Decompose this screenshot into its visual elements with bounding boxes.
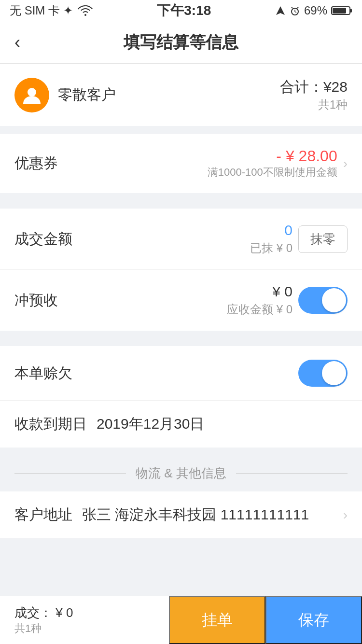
credit-row: 本单赊欠 xyxy=(0,346,362,401)
nav-bar: ‹ 填写结算等信息 xyxy=(0,21,362,64)
credit-label: 本单赊欠 xyxy=(14,364,72,383)
due-date-row: 收款到期日 2019年12月30日 xyxy=(0,401,362,448)
status-time: 下午3:18 xyxy=(157,1,211,20)
bottom-transaction-label: 成交： xyxy=(14,605,52,620)
svg-rect-3 xyxy=(333,8,346,14)
credit-toggle[interactable] xyxy=(298,360,348,387)
status-bar: 无 SIM 卡 ✦ 下午3:18 69% xyxy=(0,0,362,21)
hang-button[interactable]: 挂单 xyxy=(169,596,265,644)
svg-point-4 xyxy=(28,88,36,97)
toggle-knob xyxy=(322,288,346,312)
location-icon xyxy=(275,5,286,16)
coupon-sub: 满1000-100不限制使用金额 xyxy=(208,165,337,180)
battery-icon xyxy=(331,5,352,16)
round-zero-button[interactable]: 抹零 xyxy=(298,225,348,253)
logistics-header-text: 物流 & 其他信息 xyxy=(126,465,236,482)
customer-row: 零散客户 合计：¥28 共1种 xyxy=(0,64,362,126)
transaction-section: 成交金额 0 已抹 ¥ 0 抹零 冲预收 ¥ 0 应收金额 ¥ 0 xyxy=(0,209,362,331)
due-date-value: 2019年12月30日 xyxy=(97,414,204,434)
credit-toggle-knob xyxy=(322,361,346,385)
divider-2 xyxy=(0,338,362,346)
prepayment-sub: 应收金额 ¥ 0 xyxy=(227,302,292,317)
prepayment-right: ¥ 0 应收金额 ¥ 0 xyxy=(227,283,348,317)
prepayment-row: 冲预收 ¥ 0 应收金额 ¥ 0 xyxy=(0,270,362,331)
address-value: 张三 海淀永丰科技园 11111111111 xyxy=(82,505,334,525)
bottom-info: 成交： ¥ 0 共1种 xyxy=(0,596,169,644)
prepayment-amount: ¥ 0 xyxy=(227,283,292,300)
customer-total: 合计：¥28 xyxy=(280,77,348,97)
back-button[interactable]: ‹ xyxy=(14,32,20,53)
bottom-transaction-value: ¥ 0 xyxy=(56,605,73,620)
header-line-left xyxy=(14,473,126,474)
address-section: 客户地址 张三 海淀永丰科技园 11111111111 › xyxy=(0,491,362,538)
bottom-transaction: 成交： ¥ 0 xyxy=(14,604,154,621)
status-left: 无 SIM 卡 ✦ xyxy=(10,3,93,18)
prepayment-label: 冲预收 xyxy=(14,291,58,310)
address-row[interactable]: 客户地址 张三 海淀永丰科技园 11111111111 › xyxy=(0,491,362,538)
avatar xyxy=(14,78,49,112)
customer-section: 零散客户 合计：¥28 共1种 xyxy=(0,64,362,126)
due-date-label: 收款到期日 xyxy=(14,414,87,434)
transaction-sub: 已抹 ¥ 0 xyxy=(250,240,292,256)
coupon-row[interactable]: 优惠券 - ¥ 28.00 满1000-100不限制使用金额 › xyxy=(0,134,362,193)
page-title: 填写结算等信息 xyxy=(124,31,238,54)
coupon-amount: - ¥ 28.00 xyxy=(208,147,337,165)
credit-section: 本单赊欠 收款到期日 2019年12月30日 xyxy=(0,346,362,448)
bottom-bar: 成交： ¥ 0 共1种 挂单 保存 xyxy=(0,596,362,644)
person-icon xyxy=(21,84,42,106)
prepayment-amount-col: ¥ 0 应收金额 ¥ 0 xyxy=(227,283,292,317)
svg-rect-2 xyxy=(350,9,352,13)
customer-total-area: 合计：¥28 共1种 xyxy=(280,77,348,112)
logistics-header: 物流 & 其他信息 xyxy=(0,455,362,491)
address-chevron-icon: › xyxy=(343,507,348,523)
coupon-right: - ¥ 28.00 满1000-100不限制使用金额 › xyxy=(208,147,348,180)
status-right: 69% xyxy=(275,4,352,17)
wifi-icon xyxy=(78,5,93,16)
transaction-label: 成交金额 xyxy=(14,229,72,249)
divider-1 xyxy=(0,201,362,209)
transaction-right: 0 已抹 ¥ 0 抹零 xyxy=(250,222,348,256)
transaction-amount-col: 0 已抹 ¥ 0 xyxy=(250,222,292,256)
customer-left: 零散客户 xyxy=(14,78,116,112)
customer-count: 共1种 xyxy=(280,97,348,112)
chevron-right-icon: › xyxy=(343,156,348,171)
no-sim-text: 无 SIM 卡 ✦ xyxy=(10,3,73,18)
bottom-count: 共1种 xyxy=(14,621,154,636)
prepayment-toggle[interactable] xyxy=(298,287,348,314)
customer-name: 零散客户 xyxy=(58,85,116,105)
credit-right xyxy=(298,360,348,387)
header-line-right xyxy=(236,473,348,474)
transaction-row: 成交金额 0 已抹 ¥ 0 抹零 xyxy=(0,209,362,270)
transaction-value: 0 xyxy=(250,222,292,238)
coupon-section: 优惠券 - ¥ 28.00 满1000-100不限制使用金额 › xyxy=(0,134,362,193)
alarm-icon xyxy=(290,5,300,16)
address-label: 客户地址 xyxy=(14,505,72,525)
coupon-label: 优惠券 xyxy=(14,154,58,173)
save-button[interactable]: 保存 xyxy=(265,596,362,644)
bottom-spacer xyxy=(0,546,362,594)
battery-text: 69% xyxy=(304,4,327,17)
coupon-amount-col: - ¥ 28.00 满1000-100不限制使用金额 xyxy=(208,147,337,180)
